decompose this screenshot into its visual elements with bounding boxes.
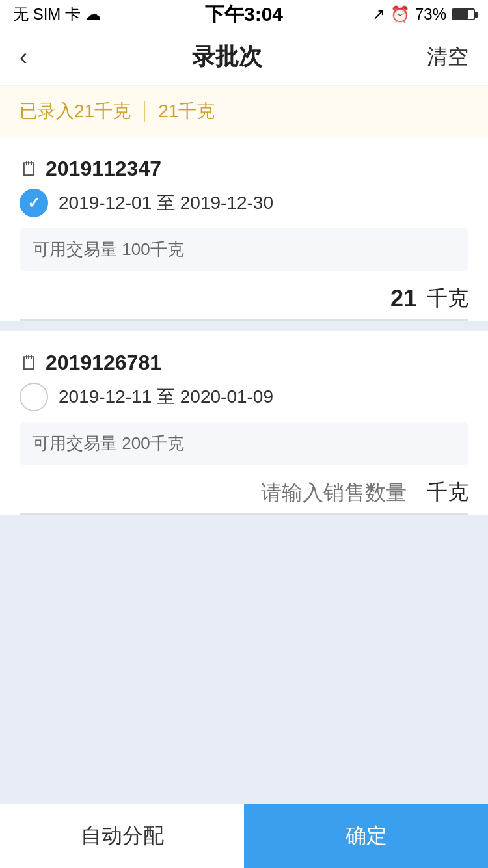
quantity-unit-1: 千克 [427,284,468,313]
batch-icon-2: 🗒 [20,352,39,374]
info-banner: 已录入21千克 21千克 [0,86,488,137]
batch-header-1: 🗒 2019112347 [20,157,468,181]
alarm-icon: ⏰ [390,5,410,23]
confirm-button[interactable]: 确定 [244,804,488,868]
batch-date-2: 2019-12-11 至 2020-01-09 [59,385,273,409]
bottom-buttons: 自动分配 确定 [0,804,488,868]
quantity-input-2[interactable] [20,481,416,505]
radio-button-1[interactable] [20,189,48,217]
info-divider [144,101,145,122]
auto-distribute-button[interactable]: 自动分配 [0,804,244,868]
batch-available-2: 可用交易量 200千克 [20,422,468,465]
sim-label: 无 SIM 卡 ☁ [13,4,101,25]
nav-bar: ‹ 录批次 清空 [0,29,488,86]
batch-id-2: 2019126781 [46,351,161,375]
batch-item-1: 🗒 2019112347 2019-12-01 至 2019-12-30 可用交… [0,137,488,271]
status-left: 无 SIM 卡 ☁ [13,4,101,25]
batch-card-1: 🗒 2019112347 2019-12-01 至 2019-12-30 可用交… [0,137,488,321]
recorded-amount-label: 已录入21千克 [20,99,131,124]
batch-icon-1: 🗒 [20,158,39,180]
battery-label: 73% [415,5,446,23]
input-unit-2: 千克 [427,478,468,507]
input-row-2: 千克 [0,465,488,513]
batch-item-2: 🗒 2019126781 2019-12-11 至 2020-01-09 可用交… [0,331,488,465]
status-time: 下午3:04 [205,1,283,28]
page-content: 已录入21千克 21千克 🗒 2019112347 2019-12-01 至 2… [0,86,488,861]
clear-button[interactable]: 清空 [427,43,468,72]
location-icon: ↗ [372,5,385,23]
page-title: 录批次 [192,41,262,73]
back-button[interactable]: ‹ [20,44,27,71]
batch-card-2: 🗒 2019126781 2019-12-11 至 2020-01-09 可用交… [0,331,488,515]
status-right: ↗ ⏰ 73% [372,5,475,23]
batch-id-1: 2019112347 [46,157,161,181]
batch-date-row-1: 2019-12-01 至 2019-12-30 [20,189,468,217]
batch-date-1: 2019-12-01 至 2019-12-30 [59,191,273,215]
batch-header-2: 🗒 2019126781 [20,351,468,375]
quantity-row-1: 21 千克 [0,271,488,319]
radio-button-2[interactable] [20,383,48,411]
recorded-amount-value: 21千克 [158,99,215,124]
status-bar: 无 SIM 卡 ☁ 下午3:04 ↗ ⏰ 73% [0,0,488,29]
quantity-value-1: 21 [390,285,416,312]
battery-icon [452,8,475,20]
batch-date-row-2: 2019-12-11 至 2020-01-09 [20,383,468,411]
section-divider [0,321,488,331]
batch-available-1: 可用交易量 100千克 [20,228,468,271]
